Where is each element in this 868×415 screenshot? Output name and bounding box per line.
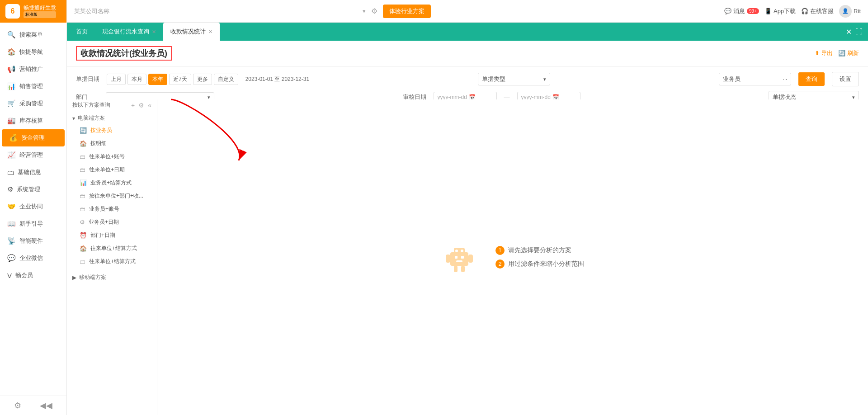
date-btn-custom[interactable]: 自定义 [214,74,238,85]
scheme-item-dept-date[interactable]: ⏰ 部门+日期 [67,229,157,242]
sidebar-item-basic[interactable]: 🗃基础信息 [0,164,66,181]
notification-area[interactable]: 💬 消息 99+ [724,7,759,15]
svg-rect-9 [461,256,464,259]
tab-receipt-stat[interactable]: 收款情况统计 ✕ [163,23,220,41]
scheme-item-partner-settle2[interactable]: 🗃 往来单位+结算方式 [67,255,157,268]
sidebar-item-sales[interactable]: 📊销售管理 [0,78,66,95]
finance-icon: 💰 [9,134,18,142]
topbar-settings-icon[interactable]: ⚙ [371,7,377,15]
user-area[interactable]: 👤 Rit [839,5,861,18]
scheme-item-icon-ss: 📊 [80,179,87,186]
scheme-item-icon-sd: ⚙ [80,219,85,226]
operation-icon: 📈 [7,151,16,159]
sidebar-logo: 6 畅捷通好生意 标准版 [0,0,66,23]
sidebar-item-search[interactable]: 🔍搜索菜单 [0,26,66,43]
purchase-icon: 🛒 [7,99,16,108]
search-icon: 🔍 [7,31,16,39]
trial-btn[interactable]: 体验行业方案 [383,5,431,18]
scheme-item-icon-pa: 🗃 [80,153,85,160]
hint-num-2: 2 [495,259,505,269]
guide-icon: 📖 [7,220,16,228]
app-download-area[interactable]: 📱 App下载 [764,7,796,15]
scheme-item-by-salesman[interactable]: 🔄 按业务员 [67,124,157,137]
scheme-item-salesman-date[interactable]: ⚙ 业务员+日期 [67,216,157,229]
date-btn-this-month[interactable]: 本月 [127,74,146,85]
sidebar-item-collab[interactable]: 🤝企业协同 [0,198,66,215]
scheme-item-icon-ps2: 🗃 [80,258,85,265]
scheme-item-icon-dpd: 🗃 [80,193,85,199]
tab-home[interactable]: 首页 [69,23,95,41]
app-download-icon: 📱 [764,8,772,14]
export-btn[interactable]: ⬆ 导出 [815,49,833,57]
scheme-item-icon-pd: 🗃 [80,166,85,173]
sidebar-item-quick-nav[interactable]: 🏠快捷导航 [0,43,66,61]
scheme-group-expand-icon: ▾ [72,115,75,122]
tab-bank-flow-close[interactable]: ✕ [152,29,156,35]
scheme-group-mobile-title[interactable]: ▶ 移动端方案 [67,272,157,283]
sidebar-item-system[interactable]: ⚙系统管理 [0,181,66,198]
collab-icon: 🤝 [7,203,16,211]
scheme-group-desktop: ▾ 电脑端方案 🔄 按业务员 🏠 按明细 🗃 往来单位+账号 🗃 往 [67,111,157,270]
scheme-item-partner-dept[interactable]: 🗃 按往来单位+部门+收... [67,189,157,203]
settings-footer-icon[interactable]: ⚙ [14,401,21,410]
collapse-sidebar-icon[interactable]: ◀◀ [40,401,52,410]
scheme-item-partner-date[interactable]: 🗃 往来单位+日期 [67,163,157,176]
sidebar-item-wechat[interactable]: 💬企业微信 [0,250,66,267]
quick-nav-icon: 🏠 [7,48,16,56]
date-btn-more[interactable]: 更多 [193,74,212,85]
page-header: 收款情况统计(按业务员) ⬆ 导出 🔄 刷新 [67,41,868,66]
scheme-panel-header: 按以下方案查询 + ⚙ « [67,99,157,111]
empty-content-area: 1 请先选择要分析的方案 2 用过滤条件来缩小分析范围 [157,99,868,415]
scheme-panel-icons: + ⚙ « [131,102,151,109]
voucher-type-select[interactable]: 单据类型 ▾ [478,73,550,85]
sidebar-item-guide[interactable]: 📖新手引导 [0,215,66,232]
scheme-group-desktop-title[interactable]: ▾ 电脑端方案 [67,113,157,124]
hardware-icon: 📡 [7,237,16,245]
topbar: 某某公司名称 ▾ ⚙ 体验行业方案 💬 消息 99+ 📱 App下载 🎧 在线客… [67,0,868,23]
sidebar-item-operation[interactable]: 📈经营管理 [0,146,66,164]
hint-item-1: 1 请先选择要分析的方案 [495,246,584,255]
refresh-icon: 🔄 [838,50,845,57]
sidebar-footer: ⚙ ◀◀ [0,396,66,415]
main-area: 某某公司名称 ▾ ⚙ 体验行业方案 💬 消息 99+ 📱 App下载 🎧 在线客… [67,0,868,415]
scheme-item-partner-account[interactable]: 🗃 往来单位+账号 [67,150,157,163]
scheme-add-icon[interactable]: + [131,102,135,109]
sidebar-nav: 🔍搜索菜单🏠快捷导航📢营销推广📊销售管理🛒采购管理🏭库存核算💰资金管理📈经营管理… [0,23,66,396]
wechat-icon: 💬 [7,254,16,262]
scheme-item-partner-settle1[interactable]: 🏠 往来单位+结算方式 [67,242,157,255]
sidebar-item-marketing[interactable]: 📢营销推广 [0,61,66,78]
query-btn[interactable]: 查询 [798,72,825,86]
sidebar-item-finance[interactable]: 💰资金管理 [2,129,65,146]
system-icon: ⚙ [7,185,13,193]
sidebar-item-hardware[interactable]: 📡智能硬件 [0,232,66,250]
date-btn-last-month[interactable]: 上月 [107,74,126,85]
scheme-collapse-icon[interactable]: « [148,102,151,109]
topbar-dropdown-icon[interactable]: ▾ [363,8,366,14]
scheme-settings-icon[interactable]: ⚙ [138,102,144,109]
scheme-item-detail[interactable]: 🏠 按明细 [67,137,157,150]
vip-icon: V [7,272,12,279]
notification-badge: 99+ [747,8,759,14]
online-service-area[interactable]: 🎧 在线客服 [801,7,834,15]
svg-rect-6 [454,266,458,272]
tab-bank-flow[interactable]: 现金银行流水查询 ✕ [95,23,163,41]
sidebar-item-vip[interactable]: V畅会员 [0,267,66,284]
window-close-icon[interactable]: ✕ [846,28,852,36]
window-expand-icon[interactable]: ⛶ [855,28,863,36]
settings-btn[interactable]: 设置 [832,72,859,86]
sidebar-item-inventory[interactable]: 🏭库存核算 [0,112,66,129]
logo-badge: 标准版 [24,11,56,18]
date-btn-this-year[interactable]: 本年 [148,74,167,85]
sidebar-item-purchase[interactable]: 🛒采购管理 [0,95,66,112]
topbar-breadcrumb: 某某公司名称 [74,7,357,15]
refresh-btn[interactable]: 🔄 刷新 [838,49,859,57]
salesman-select[interactable]: 业务员 ··· [719,73,791,85]
scheme-item-salesman-settle[interactable]: 📊 业务员+结算方式 [67,176,157,189]
hint-list: 1 请先选择要分析的方案 2 用过滤条件来缩小分析范围 [495,246,584,269]
filter-row-1: 单据日期 上月 本月 本年 近7天 更多 自定义 2023-01-01 至 20… [76,72,859,86]
tab-receipt-stat-close[interactable]: ✕ [208,29,212,35]
date-options-group: 上月 本月 本年 近7天 更多 自定义 [107,74,238,85]
date-btn-7days[interactable]: 近7天 [169,74,191,85]
scheme-item-salesman-account[interactable]: 🗃 业务员+账号 [67,203,157,216]
svg-point-3 [461,250,463,252]
